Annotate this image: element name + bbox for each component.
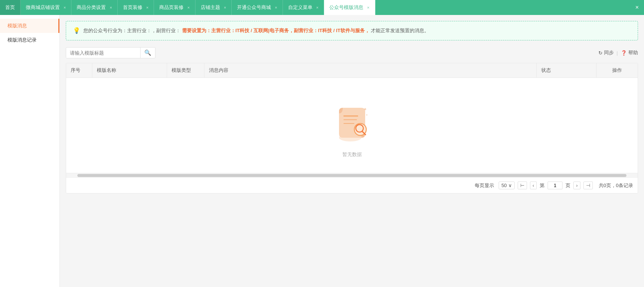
help-label: 帮助 — [628, 49, 638, 56]
sync-icon: ↻ — [598, 50, 603, 56]
prev-page-button[interactable]: ‹ — [530, 181, 537, 189]
help-button[interactable]: ❓ 帮助 — [621, 49, 638, 56]
sync-label: 同步 — [604, 49, 614, 56]
tab-category-settings[interactable]: 商品分类设置 × — [71, 0, 117, 15]
last-page-button[interactable]: ⊣ — [583, 181, 593, 189]
col-header-status: 状态 — [537, 63, 597, 77]
pagination: 每页显示 50 ∨ ⊢ ‹ 第 页 › ⊣ 共0页，0条记录 — [66, 177, 638, 193]
tab-open-mall-label: 开通公众号商城 — [237, 4, 271, 11]
tab-store-theme[interactable]: 店铺主题 × — [195, 0, 232, 15]
close-tab-shop-settings[interactable]: × — [64, 5, 66, 10]
per-page-label: 每页显示 — [475, 182, 494, 189]
tab-store-theme-label: 店铺主题 — [201, 4, 220, 11]
next-page-button[interactable]: › — [573, 181, 580, 189]
page-total: 共0页，0条记录 — [599, 182, 633, 189]
page-number-input[interactable] — [548, 181, 563, 189]
tab-home-decoration[interactable]: 首页装修 × — [118, 0, 154, 15]
col-header-type: 模版类型 — [167, 63, 204, 77]
col-header-name: 模版名称 — [92, 63, 167, 77]
first-page-button[interactable]: ⊢ — [518, 181, 527, 189]
tab-home-label: 首页 — [5, 4, 15, 11]
close-tab-home-deco[interactable]: × — [146, 5, 148, 10]
tab-custom-menu[interactable]: 自定义菜单 × — [283, 0, 324, 15]
close-tab-store-theme[interactable]: × — [224, 5, 226, 10]
tab-open-mall[interactable]: 开通公众号商城 × — [232, 0, 283, 15]
sidebar-item-records-label: 模版消息记录 — [7, 37, 37, 43]
tab-shop-settings[interactable]: 微商城店铺设置 × — [21, 0, 71, 15]
table-header: 序号 模版名称 模版类型 消息内容 状态 操作 — [66, 63, 638, 78]
col-header-action: 操作 — [597, 63, 638, 77]
notice-text: 您的公众号行业为：主营行业：，副营行业： 需要设置为：主营行业：IT科技 / 互… — [83, 27, 429, 35]
divider: | — [617, 50, 618, 56]
help-icon: ❓ — [621, 50, 627, 56]
sidebar-item-template-msg[interactable]: 模版消息 — [0, 19, 59, 33]
page-unit-label: 页 — [566, 182, 570, 189]
scroll-thumb[interactable] — [77, 174, 626, 177]
per-page-value: 50 — [501, 183, 506, 188]
data-table: 序号 模版名称 模版类型 消息内容 状态 操作 — [66, 63, 638, 193]
tab-home[interactable]: 首页 — [0, 0, 21, 15]
svg-text:✦: ✦ — [363, 107, 367, 112]
notice-box: 💡 您的公众号行业为：主营行业：，副营行业： 需要设置为：主营行业：IT科技 /… — [66, 21, 638, 40]
col-header-content: 消息内容 — [204, 63, 537, 77]
tab-product-decoration[interactable]: 商品页装修 × — [154, 0, 195, 15]
close-tab-product-deco[interactable]: × — [187, 5, 189, 10]
tab-home-deco-label: 首页装修 — [123, 4, 142, 11]
horizontal-scrollbar[interactable] — [66, 173, 638, 177]
empty-illustration: ✦ ✦ — [330, 100, 375, 145]
close-tab-open-mall[interactable]: × — [275, 5, 277, 10]
sidebar-item-template-records[interactable]: 模版消息记录 — [0, 33, 59, 47]
close-tab-category[interactable]: × — [110, 5, 112, 10]
search-field-wrap: 🔍 — [66, 47, 155, 58]
sidebar-item-template-msg-label: 模版消息 — [7, 23, 27, 28]
col-header-seq: 序号 — [66, 63, 92, 77]
notice-suffix: 才能正常发送预置的消息。 — [371, 28, 429, 33]
notice-icon: 💡 — [73, 27, 80, 34]
sidebar: 模版消息 模版消息记录 — [0, 15, 60, 287]
tab-product-deco-label: 商品页装修 — [159, 4, 184, 11]
notice-highlight: 需要设置为：主营行业：IT科技 / 互联网|电子商务，副营行业：IT科技 / I… — [182, 28, 370, 33]
tab-shop-settings-label: 微商城店铺设置 — [26, 4, 60, 11]
close-tab-custom-menu[interactable]: × — [316, 5, 318, 10]
main-layout: 模版消息 模版消息记录 💡 您的公众号行业为：主营行业：，副营行业： 需要设置为… — [0, 15, 644, 287]
top-navigation: 首页 微商城店铺设置 × 商品分类设置 × 首页装修 × 商品页装修 × 店铺主… — [0, 0, 644, 15]
per-page-select[interactable]: 50 ∨ — [499, 181, 514, 189]
close-tab-template-msg[interactable]: × — [367, 5, 369, 10]
main-content: 💡 您的公众号行业为：主营行业：，副营行业： 需要设置为：主营行业：IT科技 /… — [60, 15, 644, 287]
search-actions: ↻ 同步 | ❓ 帮助 — [598, 49, 638, 56]
svg-text:✦: ✦ — [366, 113, 368, 117]
tab-template-msg-label: 公众号模版消息 — [329, 4, 363, 11]
tab-template-msg[interactable]: 公众号模版消息 × — [324, 0, 375, 15]
search-bar: 🔍 ↻ 同步 | ❓ 帮助 — [66, 47, 638, 58]
page-prefix-label: 第 — [540, 182, 545, 189]
tab-custom-menu-label: 自定义菜单 — [288, 4, 312, 11]
chevron-down-icon: ∨ — [508, 183, 512, 188]
search-input[interactable] — [66, 48, 140, 58]
empty-text: 暂无数据 — [342, 151, 362, 158]
close-all-tabs[interactable]: × — [630, 4, 644, 11]
sync-button[interactable]: ↻ 同步 — [598, 49, 614, 56]
notice-prefix: 您的公众号行业为：主营行业：，副营行业： — [83, 28, 181, 33]
tab-category-label: 商品分类设置 — [77, 4, 106, 11]
search-button[interactable]: 🔍 — [140, 48, 155, 58]
empty-state: ✦ ✦ 暂无数据 — [66, 78, 638, 173]
